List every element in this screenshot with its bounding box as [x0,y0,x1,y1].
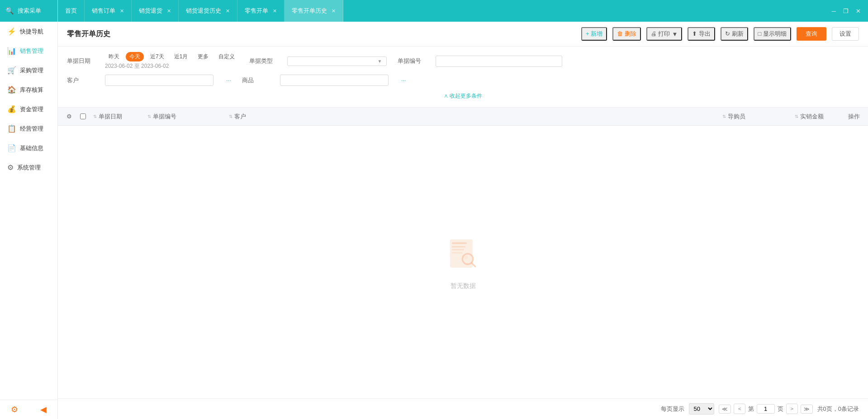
sidebar-item-sales-mgmt[interactable]: 📊 销售管理 [0,41,57,61]
refresh-button[interactable]: ↻ 刷新 [721,27,748,41]
tab-retail-history-label: 零售开单历史 [292,7,327,15]
date-label: 单据日期 [67,57,94,65]
page-number-input[interactable] [757,404,775,414]
page-nav: ≪ ＜ 第 页 ＞ ≫ [719,404,813,414]
filter-row-1: 单据日期 昨天 今天 近7天 近1月 更多 自定义 2023-06-02 至 2… [67,52,859,70]
last-month-btn[interactable]: 近1月 [171,52,192,61]
minimize-icon[interactable]: ─ [832,8,836,14]
page-size-label: 每页显示 [661,405,684,413]
filter-area: 单据日期 昨天 今天 近7天 近1月 更多 自定义 2023-06-02 至 2… [58,47,868,108]
sort-customer-icon[interactable]: ⇅ [229,114,232,119]
page-title: 零售开单历史 [67,29,110,39]
sidebar-item-label: 基础信息 [20,144,43,152]
print-button[interactable]: 🖨 打印 ▼ [646,27,683,41]
select-all-checkbox[interactable] [80,113,86,119]
th-action-label: 操作 [848,113,860,121]
last-page-button[interactable]: ≫ [801,405,813,414]
set-button[interactable]: 设置 [832,27,859,41]
table-select-all[interactable] [76,113,90,119]
tab-sales-return-history-close[interactable]: ✕ [226,8,230,14]
svg-rect-1 [452,242,467,244]
sidebar-item-inventory[interactable]: 🏠 库存核算 [0,80,57,99]
sidebar-item-base-info[interactable]: 📄 基础信息 [0,138,57,158]
tab-sales-return-history[interactable]: 销货退货历史 ✕ [179,0,237,22]
num-input[interactable] [436,56,562,67]
sidebar-item-label: 库存核算 [20,86,43,94]
goods-dots-icon[interactable]: ··· [401,77,406,84]
collapse-sidebar-icon[interactable]: ◀ [40,405,47,414]
sidebar-item-operations[interactable]: 📋 经营管理 [0,119,57,138]
page-summary: 共0页，0条记录 [817,405,859,413]
customer-input[interactable] [105,75,213,86]
prev-page-button[interactable]: ＜ [734,404,745,414]
svg-rect-3 [452,249,464,250]
sort-guide-icon[interactable]: ⇅ [722,114,726,119]
more-btn[interactable]: 更多 [194,52,212,61]
close-window-icon[interactable]: ✕ [856,8,861,14]
delete-button[interactable]: 🗑 删除 [612,27,641,41]
sidebar-item-label: 系统管理 [17,164,41,172]
sidebar-item-label: 资金管理 [20,105,43,113]
tab-retail-history-close[interactable]: ✕ [332,8,336,14]
th-customer: ⇅ 客户 [225,113,719,121]
restore-icon[interactable]: ❐ [843,8,849,14]
sidebar-item-quick-nav[interactable]: ⚡ 快捷导航 [0,22,57,41]
table-settings-icon[interactable]: ⚙ [62,113,76,120]
sort-num-icon[interactable]: ⇅ [147,114,151,119]
operations-icon: 📋 [7,124,16,133]
type-label: 单据类型 [249,57,276,65]
sidebar-item-label: 销售管理 [20,47,43,55]
th-guide: ⇅ 导购员 [719,113,773,121]
sort-date-icon[interactable]: ⇅ [93,114,97,119]
sort-amount-icon[interactable]: ⇅ [795,114,798,119]
customer-dots-icon[interactable]: ··· [226,77,231,84]
topbar-right: ─ ❐ ✕ [832,8,868,14]
type-select[interactable]: ▼ [287,56,387,66]
collapse-button[interactable]: ∧ 收起更多条件 [444,92,482,100]
tab-retail-open[interactable]: 零售开单 ✕ [237,0,285,22]
empty-illustration [441,234,486,275]
sidebar-item-sys-mgmt[interactable]: ⚙ 系统管理 [0,158,57,177]
query-button[interactable]: 查询 [797,27,826,41]
sidebar-item-label: 采购管理 [20,66,43,75]
today-btn[interactable]: 今天 [126,52,144,61]
th-action: 操作 [827,113,863,121]
tab-sales-return-close[interactable]: ✕ [167,8,171,14]
type-select-arrow-icon: ▼ [377,59,382,64]
page-header: 零售开单历史 + 新增 🗑 删除 🖨 打印 ▼ ⬆ 导出 ↻ 刷新 □ 显示明细… [58,22,868,47]
print-label: 🖨 打印 [651,30,670,38]
date-col: 昨天 今天 近7天 近1月 更多 自定义 2023-06-02 至 2023-0… [105,52,238,70]
sales-mgmt-icon: 📊 [7,47,16,55]
sidebar-item-finance[interactable]: 💰 资金管理 [0,99,57,119]
th-guide-label: 导购员 [728,113,745,121]
tab-retail-open-close[interactable]: ✕ [273,8,277,14]
tab-home[interactable]: 首页 [58,0,85,22]
first-page-button[interactable]: ≪ [719,405,731,414]
goods-input[interactable] [280,75,389,86]
page-size-select[interactable]: 50 100 200 [689,403,714,414]
page: 零售开单历史 + 新增 🗑 删除 🖨 打印 ▼ ⬆ 导出 ↻ 刷新 □ 显示明细… [58,22,868,419]
sidebar-item-purchase-mgmt[interactable]: 🛒 采购管理 [0,61,57,80]
export-button[interactable]: ⬆ 导出 [688,27,715,41]
sidebar: 🔍 搜索采单 ⚡ 快捷导航 📊 销售管理 🛒 采购管理 🏠 库存核算 💰 资金管… [0,0,58,419]
sys-mgmt-icon: ⚙ [7,163,14,172]
sidebar-search[interactable]: 🔍 搜索采单 [0,0,57,22]
next-page-button[interactable]: ＞ [786,404,798,414]
page-suffix: 页 [778,405,783,413]
base-info-icon: 📄 [7,144,16,152]
page-label: 第 [748,405,754,413]
display-button[interactable]: □ 显示明细 [754,27,791,41]
add-button[interactable]: + 新增 [581,27,607,41]
yesterday-btn[interactable]: 昨天 [105,52,123,61]
filter-row-2: 客户 ··· 商品 ··· [67,75,859,86]
last7-btn[interactable]: 近7天 [147,52,168,61]
custom-btn[interactable]: 自定义 [215,52,238,61]
tab-sales-return[interactable]: 销货退货 ✕ [132,0,179,22]
settings-bottom-icon[interactable]: ⚙ [11,405,18,414]
svg-rect-2 [452,246,465,247]
tab-retail-history[interactable]: 零售开单历史 ✕ [285,0,343,22]
tab-sales-order-close[interactable]: ✕ [120,8,124,14]
tab-sales-order-label: 销售订单 [92,7,115,15]
tab-sales-order[interactable]: 销售订单 ✕ [85,0,132,22]
collapse-row: ∧ 收起更多条件 [67,90,859,102]
